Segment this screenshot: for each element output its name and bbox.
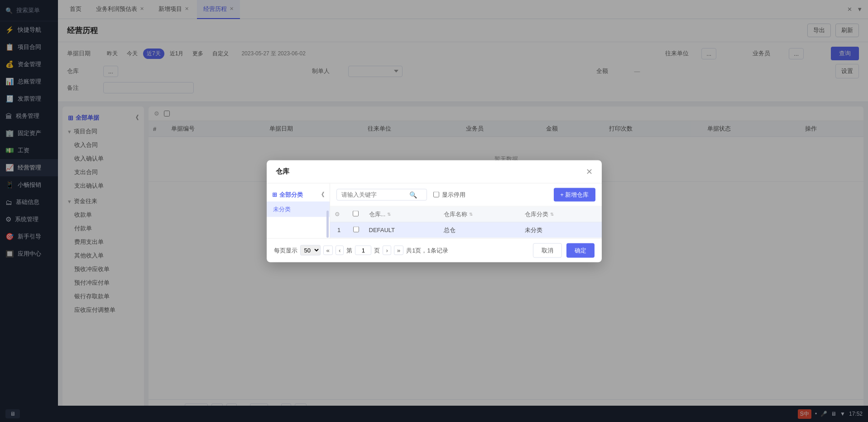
show-disabled-checkbox[interactable] <box>433 192 439 198</box>
modal-header: 仓库 ✕ <box>267 160 602 183</box>
col-name-sort[interactable]: 仓库名称 ⇅ <box>444 210 473 218</box>
modal-right-panel: 🔍 显示停用 + 新增仓库 ⚙ <box>330 183 602 238</box>
show-disabled-checkbox-label[interactable]: 显示停用 <box>433 190 465 199</box>
modal-left-item-uncategorized[interactable]: 未分类 <box>267 201 330 217</box>
col-settings-icon[interactable]: ⚙ <box>335 211 340 218</box>
modal-next-btn[interactable]: › <box>383 246 391 255</box>
confirm-button[interactable]: 确定 <box>566 243 595 257</box>
modal-first-btn[interactable]: « <box>323 246 333 255</box>
show-disabled-label: 显示停用 <box>442 190 465 199</box>
modal-left-panel: ⊞ 全部分类 《 未分类 <box>267 183 330 238</box>
modal-left-toggle[interactable]: 《 <box>318 190 324 199</box>
row-checkbox[interactable] <box>353 226 359 232</box>
modal-left-scrollbar <box>326 210 329 238</box>
modal-last-btn[interactable]: » <box>394 246 403 255</box>
warehouse-modal: 仓库 ✕ ⊞ 全部分类 《 未分类 <box>267 160 602 262</box>
modal-footer: 每页显示 50 « ‹ 第 页 › » 共1页，1条记录 取消 确定 <box>267 238 602 262</box>
modal-page-input[interactable] <box>355 246 371 255</box>
modal-pagination: 每页显示 50 « ‹ 第 页 › » 共1页，1条记录 <box>274 245 448 256</box>
modal-left-section-label: 全部分类 <box>279 190 303 199</box>
col-code-sort[interactable]: 仓库... ⇅ <box>369 210 391 218</box>
modal-search-box: 🔍 <box>336 189 427 200</box>
sort-icon-category: ⇅ <box>550 212 554 217</box>
modal-col-category: 仓库分类 ⇅ <box>520 206 601 222</box>
row-category: 未分类 <box>520 222 601 238</box>
row-name: 总仓 <box>439 222 520 238</box>
modal-col-code: 仓库... ⇅ <box>364 206 440 222</box>
modal-prev-btn[interactable]: ‹ <box>336 246 344 255</box>
modal-left-header: ⊞ 全部分类 《 <box>267 188 330 201</box>
modal-right-toolbar: 🔍 显示停用 + 新增仓库 <box>330 183 602 206</box>
modal-per-page-select[interactable]: 50 <box>300 245 321 256</box>
modal-title: 仓库 <box>276 167 289 176</box>
modal-page-label: 第 <box>346 246 352 254</box>
modal-table-wrap: ⚙ 仓库... ⇅ <box>330 206 602 238</box>
modal-select-all-checkbox[interactable] <box>353 210 359 216</box>
modal-col-settings: ⚙ <box>330 206 348 222</box>
modal-search-input[interactable] <box>341 191 409 198</box>
modal-body: ⊞ 全部分类 《 未分类 🔍 <box>267 183 602 238</box>
sort-icon-code: ⇅ <box>387 212 391 217</box>
modal-page-label-2: 页 <box>374 246 380 254</box>
row-no: 1 <box>330 222 348 238</box>
add-warehouse-button[interactable]: + 新增仓库 <box>554 188 595 201</box>
modal-total-info: 共1页，1条记录 <box>406 246 448 254</box>
row-code: DEFAULT <box>364 222 440 238</box>
modal-search-icon[interactable]: 🔍 <box>409 191 417 198</box>
modal-col-check <box>348 206 364 222</box>
modal-footer-buttons: 取消 确定 <box>533 243 595 257</box>
modal-table: ⚙ 仓库... ⇅ <box>330 206 602 238</box>
modal-close-button[interactable]: ✕ <box>586 166 593 176</box>
modal-col-name: 仓库名称 ⇅ <box>439 206 520 222</box>
modal-left-item-label: 未分类 <box>273 205 291 212</box>
sort-icon-name: ⇅ <box>469 212 473 217</box>
row-check <box>348 222 364 238</box>
cancel-button[interactable]: 取消 <box>533 243 562 257</box>
table-row[interactable]: 1 DEFAULT 总仓 未分类 <box>330 222 602 238</box>
col-category-sort[interactable]: 仓库分类 ⇅ <box>525 210 554 218</box>
modal-per-page-label: 每页显示 <box>274 246 297 254</box>
grid-icon-modal: ⊞ <box>272 191 277 198</box>
